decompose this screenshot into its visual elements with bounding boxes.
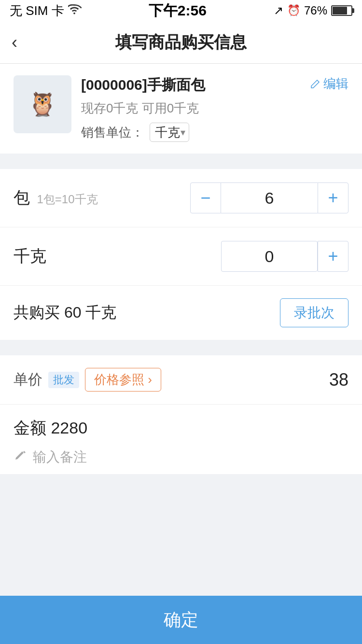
kg-qty-row: 千克 +: [0, 227, 362, 286]
status-left: 无 SIM 卡: [10, 2, 82, 19]
product-stock: 现存0千克 可用0千克: [81, 100, 348, 117]
total-section: 共购买 60 千克 录批次: [0, 286, 362, 340]
total-label: 共购买 60 千克: [14, 302, 116, 323]
confirm-button[interactable]: 确定: [0, 596, 362, 644]
status-bar: 无 SIM 卡 下午2:56 ↗ ⏰ 76%: [0, 0, 362, 21]
price-label: 单价: [14, 370, 42, 390]
price-reference-button[interactable]: 价格参照 ›: [85, 368, 161, 392]
bag-minus-button[interactable]: −: [190, 182, 221, 213]
edit-label: 编辑: [323, 75, 348, 92]
bag-hint: 1包=10千克: [37, 193, 97, 206]
kg-label: 千克: [14, 245, 46, 267]
amount-section: 金额 2280 输入备注: [0, 405, 362, 474]
unit-select[interactable]: 千克: [150, 123, 189, 142]
kg-qty-controls: +: [221, 241, 348, 272]
wifi-icon: [68, 3, 82, 18]
unit-select-wrapper[interactable]: 千克: [150, 123, 189, 142]
bag-qty-controls: − +: [190, 182, 348, 213]
amount-label: 金额 2280: [14, 417, 348, 439]
alarm-icon: ⏰: [287, 4, 300, 17]
bag-label-group: 包 1包=10千克: [14, 187, 98, 209]
back-button[interactable]: ‹: [12, 32, 17, 53]
product-unit-row: 销售单位： 千克: [81, 123, 348, 142]
kg-qty-input[interactable]: [221, 241, 318, 272]
batch-button[interactable]: 录批次: [280, 298, 348, 327]
battery-icon: [331, 5, 352, 16]
product-thumb-icon: 🦉: [28, 91, 57, 118]
unit-label: 销售单位：: [81, 124, 144, 141]
divider-2: [0, 348, 362, 355]
kg-plus-button[interactable]: +: [318, 241, 348, 272]
price-tag: 批发: [48, 372, 79, 388]
product-info: [0000006]手撕面包 编辑 现存0千克 可用0千克 销售单位： 千克: [81, 75, 348, 142]
battery-percent: 76%: [304, 4, 327, 17]
bag-label: 包: [14, 188, 30, 207]
quantity-section: 包 1包=10千克 − + 千克 +: [0, 169, 362, 286]
status-time: 下午2:56: [149, 1, 207, 21]
status-right: ↗ ⏰ 76%: [274, 4, 352, 17]
price-value: 38: [329, 370, 348, 390]
pencil-icon: [14, 449, 27, 466]
remark-row[interactable]: 输入备注: [14, 448, 348, 466]
price-section: 单价 批发 价格参照 › 38: [0, 355, 362, 405]
edit-button[interactable]: 编辑: [310, 75, 348, 92]
sim-label: 无 SIM 卡: [10, 2, 64, 19]
price-label-row: 单价 批发 价格参照 ›: [14, 368, 161, 392]
product-section: 🦉 [0000006]手撕面包 编辑 现存0千克 可用0千克 销售单位： 千克: [0, 64, 362, 154]
location-icon: ↗: [274, 4, 283, 17]
nav-bar: ‹ 填写商品购买信息: [0, 21, 362, 64]
bag-plus-button[interactable]: +: [318, 182, 348, 213]
nav-title: 填写商品购买信息: [115, 31, 247, 54]
divider-1: [0, 161, 362, 169]
remark-placeholder: 输入备注: [33, 448, 87, 466]
bag-qty-row: 包 1包=10千克 − +: [0, 169, 362, 227]
product-name: [0000006]手撕面包: [81, 75, 310, 95]
product-thumbnail: 🦉: [14, 75, 71, 133]
bag-qty-input[interactable]: [221, 182, 318, 213]
